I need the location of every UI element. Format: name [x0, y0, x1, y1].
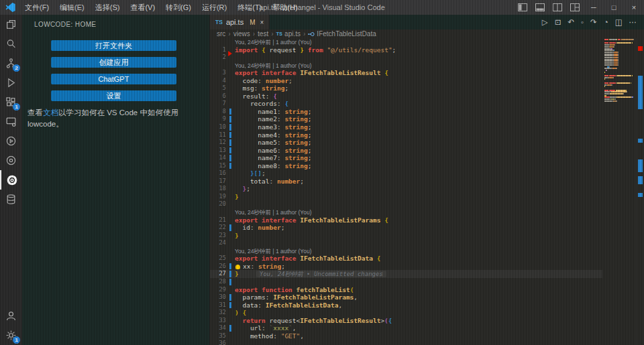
line-number[interactable]: 10 — [210, 123, 226, 131]
sidebar-button-创建应用[interactable]: 创建应用 — [51, 57, 176, 68]
line-number[interactable]: 22 — [210, 224, 226, 232]
activity-item-run-and-debug[interactable] — [0, 73, 22, 92]
code-line[interactable]: 13 name6: string; — [210, 147, 602, 155]
line-number[interactable]: 23 — [210, 232, 226, 240]
tab-api-ts[interactable]: TS api.ts M × — [210, 15, 270, 29]
activity-item-tools[interactable] — [0, 151, 22, 170]
more-actions-icon[interactable]: ⋯ — [626, 15, 641, 29]
code-line[interactable]: 21export interface IFetchTableListParams… — [210, 216, 602, 224]
close-button[interactable]: × — [624, 0, 644, 15]
activity-item-extensions[interactable]: 1 — [0, 92, 22, 112]
line-number[interactable]: 7 — [210, 100, 226, 108]
code-line[interactable]: 28 — [210, 278, 602, 286]
back-icon[interactable]: ↶ — [564, 15, 578, 29]
activity-item-settings[interactable]: 1 — [0, 326, 22, 345]
line-number[interactable]: 9 — [210, 115, 226, 123]
code-line[interactable]: 7 records: { — [210, 100, 602, 108]
line-number[interactable]: 18 — [210, 185, 226, 193]
maximize-button[interactable]: □ — [604, 0, 624, 15]
menu-item[interactable]: 帮助(H) — [267, 0, 303, 15]
line-number[interactable]: 27 — [210, 270, 226, 278]
code-line[interactable]: 8 name1: string; — [210, 108, 602, 116]
line-number[interactable]: 24 — [210, 239, 226, 247]
code-line[interactable]: 22 id: number; — [210, 224, 602, 232]
minimap[interactable] — [603, 39, 635, 345]
minimize-button[interactable]: ─ — [584, 0, 604, 15]
tab-close-icon[interactable]: × — [260, 19, 264, 26]
codelens-row[interactable]: You, 24秒钟前 | 1 author (You) — [210, 247, 602, 255]
toggle-panel-icon[interactable] — [531, 0, 549, 15]
code-line[interactable]: 6 result: { — [210, 92, 602, 100]
code-line[interactable]: 36 — [210, 340, 602, 345]
code-line[interactable]: 11 name4: string; — [210, 131, 602, 139]
activity-item-live-preview[interactable] — [0, 131, 22, 151]
menu-item[interactable]: 选择(S) — [90, 0, 125, 15]
breadcrumb-item-src[interactable]: src — [217, 30, 225, 38]
line-number[interactable]: 13 — [210, 147, 226, 155]
menu-item[interactable]: 运行(R) — [197, 0, 232, 15]
split-editor-icon[interactable]: ◫ — [612, 15, 626, 29]
code-editor[interactable]: You, 24秒钟前 | 1 author (You)1import { req… — [210, 38, 644, 345]
run-code-icon[interactable]: ▷ — [539, 15, 551, 29]
activity-item-database[interactable] — [0, 190, 22, 209]
breadcrumb-item-test[interactable]: test — [258, 30, 268, 38]
code-line[interactable]: 1import { request } from "@/utils/reques… — [210, 46, 602, 54]
code-line[interactable]: 14 name7: string; — [210, 154, 602, 162]
lightbulb-icon[interactable] — [235, 265, 240, 269]
line-number[interactable]: 2 — [210, 54, 226, 62]
codelens-row[interactable]: You, 24秒钟前 | 1 author (You) — [210, 208, 602, 216]
sidebar-button-设置[interactable]: 设置 — [51, 90, 176, 101]
activity-item-explorer[interactable] — [0, 15, 22, 34]
code-line[interactable]: 32) { — [210, 309, 602, 317]
sidebar-button-ChatGPT[interactable]: ChatGPT — [51, 74, 176, 84]
open-changes-icon[interactable]: ⊡ — [551, 15, 565, 29]
code-line[interactable]: 35 method: "GET", — [210, 332, 602, 340]
code-line[interactable]: 10 name3: string; — [210, 123, 602, 131]
next-change-icon[interactable]: ↷ — [587, 15, 600, 29]
line-number[interactable]: 36 — [210, 340, 226, 345]
code-line[interactable]: 2 — [210, 54, 602, 62]
line-number[interactable]: 25 — [210, 255, 226, 263]
menu-item[interactable]: 文件(F) — [19, 0, 54, 15]
code-line[interactable]: 20 — [210, 200, 602, 208]
docs-link[interactable]: 文档 — [43, 109, 58, 117]
previous-change-icon[interactable]: ◦ — [578, 15, 587, 29]
code-line[interactable]: 15 name8: string; — [210, 162, 602, 170]
code-line[interactable]: 17 total: number; — [210, 178, 602, 186]
line-number[interactable]: 1 — [210, 46, 226, 54]
line-number[interactable]: 6 — [210, 92, 226, 100]
line-number[interactable]: 21 — [210, 216, 226, 224]
code-line[interactable]: 27}You, 24秒钟前 • Uncommitted changes — [210, 270, 602, 278]
line-number[interactable]: 26 — [210, 263, 226, 271]
breadcrumb-item-views[interactable]: views — [233, 30, 250, 38]
breadcrumb-item-IFetchTableListData[interactable]: IFetchTableListData — [308, 30, 376, 38]
menu-item[interactable]: 终端(T) — [232, 0, 267, 15]
code-line[interactable]: 31 data: IFetchTableListData, — [210, 301, 602, 309]
menu-item[interactable]: 编辑(E) — [54, 0, 90, 15]
menu-item[interactable]: 查看(V) — [125, 0, 160, 15]
line-number[interactable]: 16 — [210, 169, 226, 178]
code-line[interactable]: 12 name5: string; — [210, 139, 602, 147]
code-line[interactable]: 24 — [210, 239, 602, 247]
code-line[interactable]: 4 code: number; — [210, 77, 602, 85]
toggle-sidebar-icon[interactable] — [514, 0, 531, 15]
line-number[interactable]: 30 — [210, 293, 226, 301]
split-editor-layout-icon[interactable] — [549, 0, 566, 15]
line-number[interactable]: 35 — [210, 332, 226, 340]
codelens-row[interactable]: You, 24秒钟前 | 1 author (You) — [210, 38, 602, 46]
menu-item[interactable]: 转到(G) — [160, 0, 197, 15]
line-number[interactable]: 28 — [210, 278, 226, 286]
line-number[interactable]: 29 — [210, 286, 226, 294]
line-number[interactable]: 11 — [210, 131, 226, 139]
customize-layout-icon[interactable] — [566, 0, 584, 15]
code-line[interactable]: 30 params: IFetchTableListParams, — [210, 293, 602, 301]
code-line[interactable]: 33 return request<IFetchTableListResult>… — [210, 317, 602, 325]
line-number[interactable]: 14 — [210, 154, 226, 162]
codelens-row[interactable]: You, 24秒钟前 | 1 author (You) — [210, 62, 602, 70]
breadcrumb-item-api.ts[interactable]: TSapi.ts — [276, 30, 301, 38]
code-line[interactable]: 9 name2: string; — [210, 115, 602, 123]
code-line[interactable]: 5 msg: string; — [210, 84, 602, 92]
code-line[interactable]: 23} — [210, 232, 602, 240]
activity-item-lowcode[interactable] — [0, 170, 22, 190]
code-line[interactable]: 26xx: string; — [210, 263, 602, 271]
